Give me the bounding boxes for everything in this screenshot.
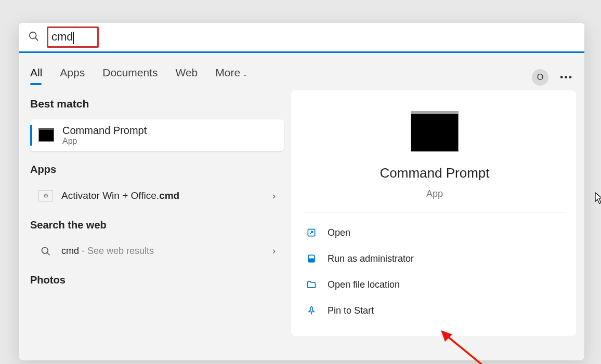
shield-icon [306,253,317,264]
results-column: Best match Command Prompt App Apps ⚙ Act… [19,90,287,344]
tab-documents[interactable]: Documents [102,66,158,88]
overflow-menu-icon[interactable]: ••• [560,72,573,83]
result-title: cmd - See web results [61,246,264,257]
pin-icon [306,305,317,316]
cursor-icon [595,192,601,205]
svg-point-2 [42,247,48,253]
action-pin-to-start[interactable]: Pin to Start [304,300,566,321]
result-subtitle: App [62,137,276,146]
action-open[interactable]: Open [304,222,566,244]
result-title: Command Prompt [62,125,276,137]
section-best-match: Best match [30,98,284,110]
section-photos: Photos [30,274,284,286]
search-panel: cmd All Apps Documents Web More⌄ O ••• B… [19,23,584,360]
search-bar: cmd [19,23,584,53]
command-prompt-icon [38,129,54,142]
open-icon [306,227,317,238]
preview-title: Command Prompt [380,165,490,181]
chevron-right-icon: › [272,191,276,201]
result-title: Activator Win + Office.cmd [61,190,264,201]
chevron-down-icon: ⌄ [242,71,247,78]
tab-more[interactable]: More⌄ [215,66,247,88]
search-input[interactable]: cmd [51,30,73,43]
folder-icon [306,279,317,290]
preview-subtitle: App [426,188,443,199]
command-prompt-icon [411,113,459,152]
svg-line-3 [47,252,50,255]
tab-web[interactable]: Web [175,66,198,88]
chevron-right-icon: › [272,246,276,257]
tabs-row: All Apps Documents Web More⌄ O ••• [19,53,584,88]
action-run-as-admin[interactable]: Run as administrator [304,248,566,269]
svg-rect-6 [308,259,315,262]
tab-all[interactable]: All [30,66,42,88]
svg-line-1 [35,37,38,41]
user-avatar[interactable]: O [532,69,548,86]
search-input-highlight: cmd [47,26,99,48]
svg-point-0 [30,32,36,38]
settings-file-icon: ⚙ [38,190,53,201]
tab-apps[interactable]: Apps [60,66,85,88]
action-list: Open Run as administrator Open file loca… [304,212,566,331]
result-command-prompt[interactable]: Command Prompt App [30,119,284,151]
result-activator[interactable]: ⚙ Activator Win + Office.cmd › [30,185,284,207]
preview-pane: Command Prompt App Open Run as administr… [291,90,576,336]
section-web: Search the web [30,219,284,231]
search-icon [38,246,53,257]
search-icon [28,31,40,44]
action-open-file-location[interactable]: Open file location [304,274,566,295]
section-apps: Apps [30,164,284,176]
result-web-cmd[interactable]: cmd - See web results › [30,240,284,262]
